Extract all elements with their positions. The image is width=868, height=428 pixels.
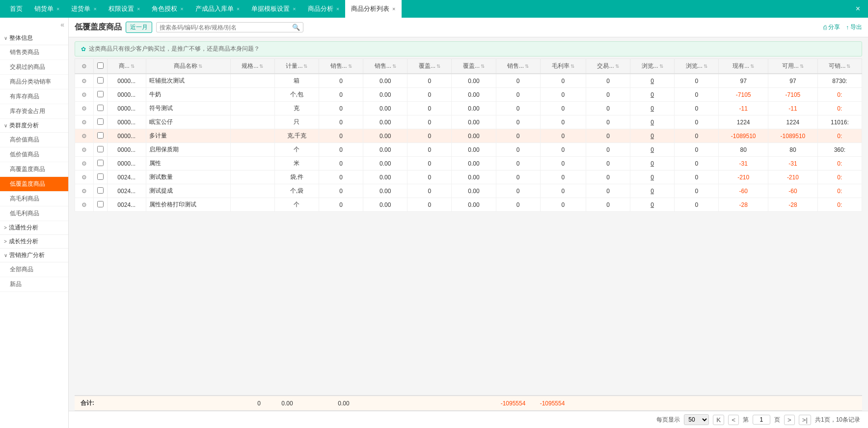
nav-item-sales[interactable]: 销货单 × (28, 0, 65, 18)
first-page-button[interactable]: K (713, 415, 724, 425)
row-view1[interactable]: 0 (630, 157, 675, 171)
nav-item-purchase[interactable]: 进货单 × (65, 0, 102, 18)
sort-icon[interactable]: ⇅ (570, 63, 574, 69)
sort-icon[interactable]: ⇅ (750, 63, 754, 69)
sidebar-item-all-products[interactable]: 全部商品 (0, 262, 68, 277)
row-settings[interactable]: ⚙ (75, 88, 94, 102)
sort-icon[interactable]: ⇅ (303, 63, 307, 69)
nav-item-analysis[interactable]: 商品分析 × (302, 0, 345, 18)
filter-button[interactable]: 近一月 (126, 22, 152, 33)
sort-icon[interactable]: ⇅ (800, 63, 804, 69)
last-page-button[interactable]: >| (799, 415, 811, 425)
sidebar-section-cluster[interactable]: ∨ 类群度分析 (0, 119, 68, 133)
nav-item-home[interactable]: 首页 (4, 0, 28, 18)
row-view1[interactable]: 0 (630, 115, 675, 129)
sort-icon[interactable]: ⇅ (259, 63, 263, 69)
sidebar-item-inventory-capital[interactable]: 库存资金占用 (0, 104, 68, 119)
sidebar-section-growth[interactable]: > 成长性分析 (0, 235, 68, 249)
sidebar-item-new-products[interactable]: 新品 (0, 277, 68, 292)
sidebar-item-low-margin[interactable]: 低毛利商品 (0, 206, 68, 221)
sort-icon[interactable]: ⇅ (131, 63, 135, 69)
row-checkbox[interactable] (93, 88, 107, 102)
sidebar-collapse-button[interactable]: « (0, 18, 68, 31)
sort-icon[interactable]: ⇅ (392, 63, 396, 69)
sort-icon[interactable]: ⇅ (659, 63, 663, 69)
row-settings[interactable]: ⚙ (75, 102, 94, 115)
row-settings[interactable]: ⚙ (75, 184, 94, 198)
share-button[interactable]: ⎙ 分享 (823, 23, 840, 31)
row-checkbox[interactable] (93, 129, 107, 143)
close-icon[interactable]: × (93, 6, 96, 12)
sort-icon[interactable]: ⇅ (615, 63, 619, 69)
row-settings[interactable]: ⚙ (75, 74, 94, 88)
row-settings[interactable]: ⚙ (75, 129, 94, 143)
row-view1[interactable]: 0 (630, 102, 675, 115)
row-checkbox[interactable] (93, 184, 107, 198)
nav-item-templates[interactable]: 单据模板设置 × (245, 0, 301, 18)
select-all-checkbox[interactable] (97, 62, 104, 69)
row-view1[interactable]: 0 (630, 198, 675, 212)
next-page-button[interactable]: > (784, 415, 795, 425)
sidebar-section-flow[interactable]: > 流通性分析 (0, 221, 68, 235)
row-checkbox[interactable] (93, 171, 107, 184)
row-select-checkbox[interactable] (97, 187, 104, 194)
sort-icon[interactable]: ⇅ (348, 63, 352, 69)
row-settings[interactable]: ⚙ (75, 115, 94, 129)
sidebar-item-category-rate[interactable]: 商品分类动销率 (0, 75, 68, 89)
row-view1[interactable]: 0 (630, 171, 675, 184)
checkbox-column-header[interactable] (93, 59, 107, 74)
sidebar-item-high-margin[interactable]: 高毛利商品 (0, 192, 68, 206)
row-select-checkbox[interactable] (97, 173, 104, 180)
close-icon[interactable]: × (237, 6, 240, 12)
row-settings[interactable]: ⚙ (75, 171, 94, 184)
close-icon[interactable]: × (293, 6, 296, 12)
sidebar-section-overall[interactable]: ∨ 整体信息 (0, 31, 68, 45)
table-wrapper[interactable]: ⚙ 商...⇅ 商品名称⇅ 规格...⇅ 计量...⇅ 销售...⇅ 销售...… (75, 58, 862, 395)
sort-icon[interactable]: ⇅ (198, 63, 202, 69)
sidebar-section-marketing[interactable]: ∨ 营销推广分析 (0, 249, 68, 262)
close-icon[interactable]: × (180, 6, 183, 12)
row-select-checkbox[interactable] (97, 132, 104, 139)
row-select-checkbox[interactable] (97, 146, 104, 152)
nav-item-permissions[interactable]: 权限设置 × (103, 0, 146, 18)
sort-icon[interactable]: ⇅ (436, 63, 440, 69)
search-input[interactable] (160, 24, 292, 31)
row-settings[interactable]: ⚙ (75, 198, 94, 212)
row-select-checkbox[interactable] (97, 201, 104, 207)
row-select-checkbox[interactable] (97, 118, 104, 125)
sidebar-item-stocked-products[interactable]: 有库存商品 (0, 89, 68, 104)
row-checkbox[interactable] (93, 115, 107, 129)
nav-item-analysis-list[interactable]: 商品分析列表 × (345, 0, 401, 18)
row-select-checkbox[interactable] (97, 77, 104, 84)
row-view1[interactable]: 0 (630, 184, 675, 198)
sidebar-item-high-value[interactable]: 高价值商品 (0, 133, 68, 147)
sort-icon[interactable]: ⇅ (704, 63, 707, 69)
sidebar-item-high-coverage[interactable]: 高覆盖度商品 (0, 162, 68, 177)
row-checkbox[interactable] (93, 143, 107, 157)
sidebar-item-low-value[interactable]: 低价值商品 (0, 147, 68, 162)
row-select-checkbox[interactable] (97, 91, 104, 97)
row-view1[interactable]: 0 (630, 143, 675, 157)
sort-icon[interactable]: ⇅ (846, 63, 850, 69)
row-checkbox[interactable] (93, 157, 107, 171)
row-view1[interactable]: 0 (630, 74, 675, 88)
row-checkbox[interactable] (93, 74, 107, 88)
close-icon[interactable]: × (137, 6, 140, 12)
sidebar-item-low-coverage[interactable]: 低覆盖度商品 (0, 177, 68, 192)
nav-item-products[interactable]: 产成品入库单 × (190, 0, 245, 18)
page-input[interactable] (753, 415, 770, 425)
export-button[interactable]: ↑ 导出 (846, 23, 862, 31)
settings-column-header[interactable]: ⚙ (75, 59, 94, 74)
prev-page-button[interactable]: < (728, 415, 739, 425)
row-settings[interactable]: ⚙ (75, 143, 94, 157)
row-view1[interactable]: 0 (630, 129, 675, 143)
row-checkbox[interactable] (93, 198, 107, 212)
row-checkbox[interactable] (93, 102, 107, 115)
sort-icon[interactable]: ⇅ (481, 63, 485, 69)
nav-item-roles[interactable]: 角色授权 × (146, 0, 189, 18)
row-settings[interactable]: ⚙ (75, 157, 94, 171)
sort-icon[interactable]: ⇅ (525, 63, 529, 69)
close-icon[interactable]: × (392, 6, 395, 12)
row-select-checkbox[interactable] (97, 160, 104, 166)
close-all-button[interactable]: × (852, 4, 864, 13)
